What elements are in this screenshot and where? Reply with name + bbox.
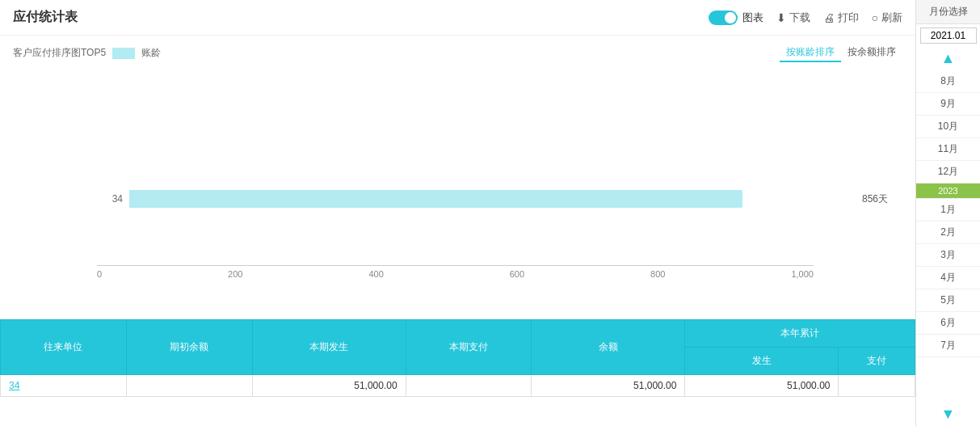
toggle-track[interactable] [709, 11, 738, 25]
month-item[interactable]: 6月 [916, 312, 980, 335]
month-item[interactable]: 11月 [916, 138, 980, 161]
x-tick-400: 400 [368, 269, 383, 279]
sort-by-balance-button[interactable]: 按账龄排序 [780, 44, 841, 62]
print-icon: 🖨 [823, 11, 835, 24]
month-item[interactable]: 7月 [916, 335, 980, 357]
download-label: 下载 [789, 11, 810, 25]
chart-legend: 客户应付排序图TOP5 账龄 [13, 46, 161, 60]
bar-row-34: 34 856天 [94, 190, 846, 208]
month-item[interactable]: 12月 [916, 161, 980, 183]
bar-chart: 34 856天 0 200 400 600 800 1,000 [13, 69, 902, 311]
x-tick-0: 0 [97, 269, 102, 279]
refresh-button[interactable]: ○ 刷新 [872, 11, 902, 25]
refresh-label: 刷新 [881, 11, 902, 25]
sidebar-header: 月份选择 [916, 0, 980, 24]
sort-by-amount-button[interactable]: 按余额排序 [841, 44, 902, 62]
print-button[interactable]: 🖨 打印 [823, 11, 859, 25]
x-axis: 0 200 400 600 800 1,000 [97, 265, 814, 279]
month-item[interactable]: 4月 [916, 267, 980, 289]
bar-fill [129, 190, 742, 208]
month-item[interactable]: 9月 [916, 93, 980, 116]
month-item[interactable]: 10月 [916, 116, 980, 138]
toggle-thumb [725, 12, 736, 23]
chart-section: 客户应付排序图TOP5 账龄 按账龄排序 按余额排序 34 [0, 36, 915, 319]
x-tick-800: 800 [650, 269, 665, 279]
legend-box [112, 48, 135, 59]
col-header-opening: 期初余额 [126, 320, 252, 375]
page-title: 应付统计表 [13, 9, 78, 26]
cell-unit[interactable]: 34 [1, 375, 127, 397]
toggle-label: 图表 [742, 11, 763, 25]
col-header-ytd-occur: 发生 [685, 348, 839, 375]
x-tick-1000: 1,000 [791, 269, 814, 279]
cell-ytd-occur: 51,000.00 [685, 375, 839, 397]
download-icon: ⬇ [776, 11, 786, 24]
month-list: 8月9月10月11月12月20231月2月3月4月5月6月7月 [916, 70, 980, 403]
bar-end-label: 856天 [862, 192, 888, 206]
header-actions: 图表 ⬇ 下载 🖨 打印 ○ 刷新 [709, 11, 902, 25]
chart-inner: 34 856天 0 200 400 600 800 1,000 [61, 77, 854, 279]
cell-ytd-pay [839, 375, 915, 397]
month-sidebar: 月份选择 ▲ 8月9月10月11月12月20231月2月3月4月5月6月7月 ▼ [915, 0, 980, 426]
chart-sort-buttons: 按账龄排序 按余额排序 [780, 44, 902, 62]
month-item[interactable]: 2月 [916, 221, 980, 244]
bar-wrapper: 856天 [129, 190, 846, 208]
col-header-unit: 往来单位 [1, 320, 127, 375]
table-section: 往来单位 期初余额 本期发生 本期支付 余额 本年累计 发生 支付 34 [0, 319, 915, 426]
col-header-current-pay: 本期支付 [406, 320, 532, 375]
download-button[interactable]: ⬇ 下载 [776, 11, 810, 25]
cell-current-occur: 51,000.00 [252, 375, 406, 397]
legend-title: 客户应付排序图TOP5 [13, 46, 106, 60]
cell-opening [126, 375, 252, 397]
cell-current-pay [406, 375, 532, 397]
scroll-up-arrow[interactable]: ▲ [916, 47, 980, 70]
cell-balance: 51,000.00 [532, 375, 685, 397]
month-item[interactable]: 5月 [916, 289, 980, 312]
chart-header: 客户应付排序图TOP5 账龄 按账龄排序 按余额排序 [13, 44, 902, 62]
month-item[interactable]: 2023 [916, 183, 980, 199]
month-item[interactable]: 8月 [916, 70, 980, 93]
col-header-current-occur: 本期发生 [252, 320, 406, 375]
bar-row-label: 34 [94, 193, 123, 205]
year-input[interactable] [920, 27, 977, 44]
chart-toggle[interactable]: 图表 [709, 11, 763, 25]
x-tick-600: 600 [510, 269, 524, 279]
page-header: 应付统计表 图表 ⬇ 下载 🖨 打印 ○ 刷新 [0, 0, 915, 36]
month-item[interactable]: 1月 [916, 199, 980, 221]
col-header-ytd-pay: 支付 [839, 348, 915, 375]
scroll-down-arrow[interactable]: ▼ [916, 403, 980, 426]
refresh-icon: ○ [872, 11, 878, 24]
data-table: 往来单位 期初余额 本期发生 本期支付 余额 本年累计 发生 支付 34 [0, 319, 915, 397]
month-item[interactable]: 3月 [916, 244, 980, 267]
x-tick-200: 200 [228, 269, 242, 279]
col-header-ytd: 本年累计 [685, 320, 915, 348]
table-row: 34 51,000.00 51,000.00 51,000.00 [1, 375, 915, 397]
legend-label: 账龄 [141, 46, 161, 60]
print-label: 打印 [838, 11, 859, 25]
col-header-balance: 余额 [532, 320, 685, 375]
